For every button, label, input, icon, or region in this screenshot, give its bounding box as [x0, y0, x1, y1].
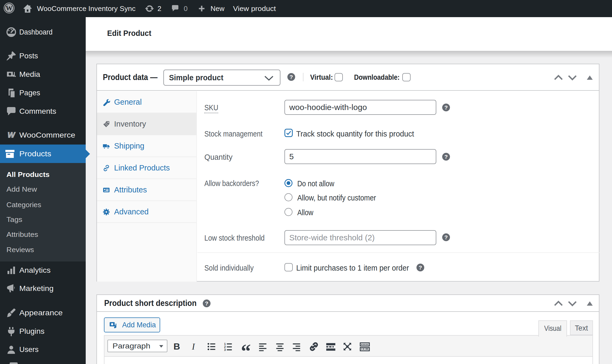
svg-text:W: W: [7, 131, 16, 139]
svg-text:3: 3: [224, 348, 226, 351]
svg-text:W: W: [6, 4, 13, 12]
